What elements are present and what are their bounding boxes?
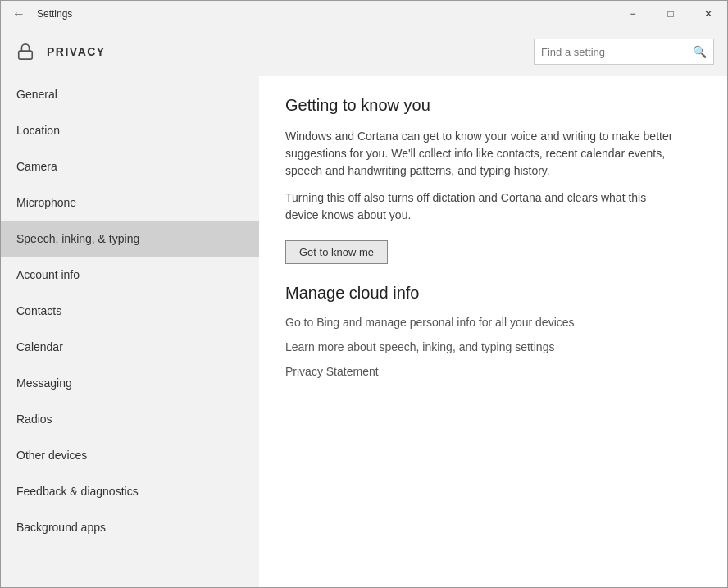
sidebar-item-camera[interactable]: Camera (1, 148, 259, 185)
bing-link[interactable]: Go to Bing and manage personal info for … (285, 316, 701, 329)
header-left: PRIVACY (14, 40, 106, 63)
search-box: 🔍 (534, 39, 714, 65)
sidebar-item-calendar[interactable]: Calendar (1, 329, 259, 365)
section1-title: Getting to know you (285, 96, 701, 115)
back-button[interactable]: ← (7, 2, 30, 25)
search-icon: 🔍 (686, 45, 713, 58)
sidebar-item-messaging[interactable]: Messaging (1, 365, 259, 401)
title-bar-controls: − □ ✕ (614, 1, 727, 27)
sidebar-item-account[interactable]: Account info (1, 257, 259, 293)
content-area: General Location Camera Microphone Speec… (1, 76, 727, 587)
learn-more-link[interactable]: Learn more about speech, inking, and typ… (285, 340, 701, 353)
sidebar-item-contacts[interactable]: Contacts (1, 293, 259, 329)
sidebar-item-other-devices[interactable]: Other devices (1, 437, 259, 473)
title-bar: ← Settings − □ ✕ (1, 1, 727, 27)
title-bar-left: ← Settings (7, 2, 72, 25)
maximize-button[interactable]: □ (652, 1, 689, 27)
sidebar-item-background[interactable]: Background apps (1, 509, 259, 545)
privacy-icon (14, 40, 37, 63)
sidebar-item-general[interactable]: General (1, 76, 259, 112)
sidebar-item-location[interactable]: Location (1, 112, 259, 148)
close-button[interactable]: ✕ (689, 1, 727, 27)
sidebar-item-microphone[interactable]: Microphone (1, 185, 259, 221)
app-title: PRIVACY (47, 45, 106, 58)
svg-rect-0 (19, 51, 33, 59)
sidebar: General Location Camera Microphone Speec… (1, 76, 259, 587)
settings-window: ← Settings − □ ✕ PRIVACY 🔍 Gene (0, 0, 728, 588)
app-header: PRIVACY 🔍 (1, 27, 727, 76)
sidebar-item-speech[interactable]: Speech, inking, & typing (1, 221, 259, 257)
sidebar-item-radios[interactable]: Radios (1, 401, 259, 437)
section1-description1: Windows and Cortana can get to know your… (285, 128, 679, 180)
sidebar-item-feedback[interactable]: Feedback & diagnostics (1, 473, 259, 509)
search-input[interactable] (535, 46, 686, 58)
get-to-know-me-button[interactable]: Get to know me (285, 240, 388, 264)
section2-title: Manage cloud info (285, 284, 701, 303)
main-content: Getting to know you Windows and Cortana … (259, 76, 727, 587)
section1-description2: Turning this off also turns off dictatio… (285, 189, 679, 224)
minimize-button[interactable]: − (614, 1, 652, 27)
title-bar-title: Settings (37, 8, 72, 20)
privacy-statement-link[interactable]: Privacy Statement (285, 365, 701, 378)
